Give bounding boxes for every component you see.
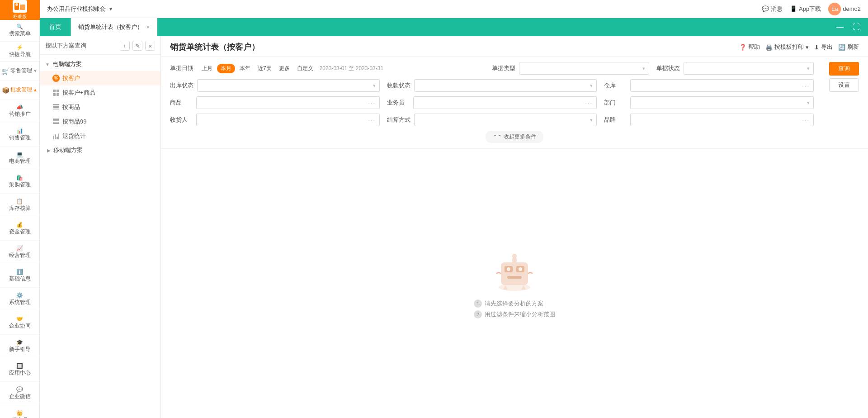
main-area: 办公用品行业模拟账套 ▾ 💬 消息 📱 App下载 Ea demo2 首页 [40, 0, 868, 418]
date-custom-btn[interactable]: 自定义 [294, 64, 316, 73]
date-recent7-btn[interactable]: 近7天 [255, 64, 274, 73]
scheme-by-customer[interactable]: 客 按客户 [40, 71, 160, 86]
warehouse-select[interactable]: ··· [630, 79, 814, 92]
enterprise-icon: 🤝 [16, 316, 23, 322]
sidebar: 标准版 🔍 搜索菜单 ⚡ 快捷导航 🛒 零售管理 ▼ 📦 批发管理 ▲ 📣 营销… [0, 0, 40, 418]
warehouse-label: 仓库 [604, 81, 627, 90]
filter-row-2: 出库状态 ▾ 收款状态 ▾ [170, 79, 814, 92]
sidebar-item-wholesale[interactable]: 📦 批发管理 ▲ [0, 81, 39, 100]
department-chevron: ▾ [807, 100, 810, 106]
desktop-arrow: ▼ [45, 62, 50, 67]
consignee-dots: ··· [368, 117, 376, 124]
sidebar-item-enterprise[interactable]: 🤝 企业协同 [0, 311, 39, 335]
retail-icon: 🛒 [2, 67, 9, 75]
member-icon: 👑 [16, 410, 23, 416]
sidebar-item-basic-info[interactable]: ℹ️ 基础信息 [0, 264, 39, 288]
sidebar-item-app-center[interactable]: 🔲 应用中心 [0, 358, 39, 382]
svg-rect-7 [53, 104, 59, 105]
salesperson-dots: ··· [585, 100, 593, 106]
export-btn[interactable]: ⬇ 导出 [814, 43, 833, 51]
guide-icon: 🎓 [16, 339, 23, 346]
query-button[interactable]: 查询 [829, 62, 859, 76]
add-scheme-btn[interactable]: + [120, 41, 130, 51]
message-icon: 💬 [762, 5, 769, 12]
date-this-year-btn[interactable]: 本年 [237, 64, 253, 73]
message-btn[interactable]: 💬 消息 [762, 5, 783, 13]
maximize-btn[interactable]: ⛶ [850, 21, 863, 33]
sidebar-search-item[interactable]: 🔍 搜索菜单 [0, 20, 39, 42]
settings-button[interactable]: 设置 [829, 78, 859, 92]
sidebar-item-guide[interactable]: 🎓 新手引导 [0, 335, 39, 358]
print-btn[interactable]: 🖨️ 按模板打印 ▾ [765, 43, 809, 51]
settlement-select[interactable]: ▾ [414, 114, 597, 126]
out-status-select[interactable]: ▾ [197, 79, 380, 92]
svg-rect-8 [53, 106, 59, 107]
svg-rect-15 [53, 136, 54, 139]
date-more-btn[interactable]: 更多 [276, 64, 292, 73]
doc-status-label: 单据状态 [656, 64, 680, 72]
finance-icon: 💰 [16, 222, 23, 228]
sidebar-item-operations[interactable]: 📈 经营管理 [0, 241, 39, 264]
sidebar-item-member[interactable]: 👑 畅会员 [0, 405, 39, 418]
sidebar-item-finance[interactable]: 💰 资金管理 [0, 217, 39, 241]
sidebar-item-system[interactable]: ⚙️ 系统管理 [0, 288, 39, 311]
sidebar-nav-item[interactable]: ⚡ 快捷导航 [0, 42, 39, 62]
active-indicator: 客 [52, 75, 60, 82]
query-btn-area: 查询 设置 [829, 62, 859, 92]
tab-active[interactable]: 销货单统计表（按客户） × [71, 18, 157, 36]
sales-icon: 📊 [16, 128, 23, 134]
scheme-by-product[interactable]: 按商品 [40, 100, 160, 114]
date-last-month-btn[interactable]: 上月 [199, 64, 215, 73]
avatar: Ea [828, 3, 841, 15]
collapse-up-icon: ⌃⌃ [493, 134, 502, 140]
logo-icon [13, 0, 27, 13]
scheme-return-stats[interactable]: 退货统计 [40, 129, 160, 143]
empty-state: 1 请先选择要分析的方案 2 用过滤条件来缩小分析范围 [161, 149, 868, 418]
consignee-label: 收货人 [170, 116, 193, 124]
scheme-by-product99[interactable]: 按商品99 [40, 114, 160, 129]
search-icon: 🔍 [16, 24, 23, 30]
edit-scheme-btn[interactable]: ✎ [132, 41, 142, 51]
svg-rect-1 [20, 5, 25, 10]
page-title: 销货单统计表（按客户） [170, 42, 259, 52]
sidebar-item-retail[interactable]: 🛒 零售管理 ▼ [0, 62, 39, 81]
filter-salesperson: 业务员 ··· [387, 96, 597, 109]
mobile-arrow: ▶ [47, 148, 51, 153]
refresh-btn[interactable]: 🔄 刷新 [838, 43, 859, 51]
minimize-btn[interactable]: — [834, 21, 846, 33]
app-download-btn[interactable]: 📱 App下载 [790, 5, 821, 13]
sidebar-item-wechat[interactable]: 💬 企业微信 [0, 382, 39, 405]
filter-doc-status: 单据状态 ▾ [656, 62, 814, 75]
doc-status-select[interactable]: ▾ [684, 62, 814, 75]
user-menu[interactable]: Ea demo2 [828, 3, 861, 15]
product-select[interactable]: ··· [196, 96, 380, 109]
svg-rect-11 [53, 119, 59, 120]
sidebar-item-purchase[interactable]: 🛍️ 采购管理 [0, 170, 39, 194]
mobile-group-header[interactable]: ▶ 移动端方案 [40, 143, 160, 157]
doc-type-select[interactable]: ▾ [519, 62, 649, 75]
department-select[interactable]: ▾ [630, 96, 814, 109]
industry-dropdown[interactable]: ▾ [109, 6, 112, 12]
help-btn[interactable]: ❓ 帮助 [739, 43, 760, 51]
tab-home[interactable]: 首页 [40, 18, 71, 36]
scheme-by-customer-product[interactable]: 按客户+商品 [40, 86, 160, 100]
sidebar-item-sales[interactable]: 📊 销售管理 [0, 123, 39, 147]
sidebar-item-ecommerce[interactable]: 💻 电商管理 [0, 147, 39, 170]
svg-rect-18 [58, 133, 59, 139]
industry-label: 办公用品行业模拟账套 [47, 5, 106, 13]
sidebar-item-inventory[interactable]: 📋 库存核算 [0, 194, 39, 217]
filter-row-4: 收货人 ··· 结算方式 ▾ [170, 114, 814, 126]
tab-close-btn[interactable]: × [146, 24, 150, 30]
collapse-btn[interactable]: ⌃⌃ 收起更多条件 [486, 131, 543, 143]
collapse-panel-btn[interactable]: « [145, 41, 155, 51]
consignee-select[interactable]: ··· [196, 114, 380, 126]
basic-info-icon: ℹ️ [16, 269, 23, 275]
salesperson-select[interactable]: ··· [413, 96, 597, 109]
sidebar-item-marketing[interactable]: 📣 营销推广 [0, 100, 39, 123]
payment-status-select[interactable]: ▾ [414, 79, 597, 92]
system-icon: ⚙️ [16, 292, 23, 299]
desktop-group-header[interactable]: ▼ 电脑端方案 [40, 57, 160, 71]
date-this-month-btn[interactable]: 本月 [217, 64, 235, 73]
brand-select[interactable]: ··· [630, 114, 814, 126]
export-icon: ⬇ [814, 44, 819, 51]
